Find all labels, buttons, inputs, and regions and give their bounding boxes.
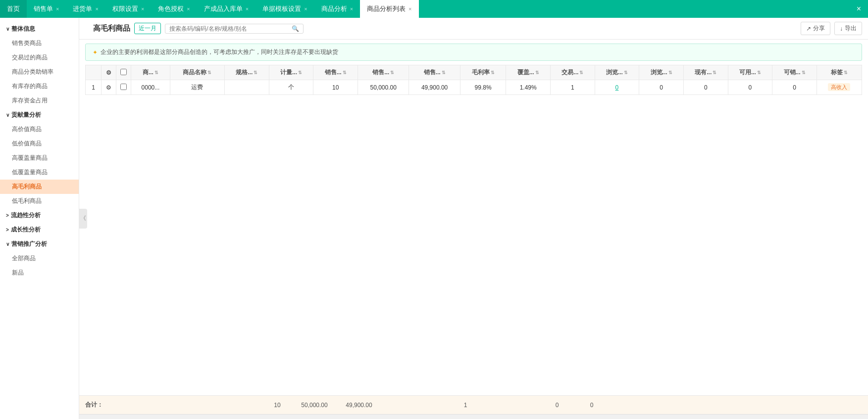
nav-item-7[interactable]: 商品分析× xyxy=(314,0,360,18)
footer-cell-7: 10 xyxy=(262,402,292,409)
sidebar-group-0[interactable]: ∨整体信息 xyxy=(0,22,79,36)
sidebar-item-1-4[interactable]: 高毛利商品 xyxy=(0,180,79,194)
col-header-sale_amt[interactable]: 销售... ⇅ xyxy=(358,65,409,80)
nav-item-3[interactable]: 权限设置× xyxy=(105,0,151,18)
col-header-trade[interactable]: 交易... ⇅ xyxy=(551,65,595,80)
sidebar-group-label-2: 流趋性分析 xyxy=(11,211,41,220)
sidebar-item-0-3[interactable]: 有库存的商品 xyxy=(0,79,79,93)
nav-close-2[interactable]: × xyxy=(95,6,98,12)
footer-cell-14 xyxy=(510,402,540,409)
sidebar-item-1-1[interactable]: 低价值商品 xyxy=(0,137,79,151)
row-checkbox-0[interactable] xyxy=(116,80,131,95)
sidebar-arrow-0: ∨ xyxy=(6,26,9,32)
export-icon: ↓ xyxy=(840,25,843,32)
cell-coverage-0: 1.49% xyxy=(506,80,551,95)
col-label-sale_qty: 销售... xyxy=(325,68,342,77)
nav-close-7[interactable]: × xyxy=(350,6,353,12)
col-header-checkbox xyxy=(116,65,131,80)
select-all-checkbox[interactable] xyxy=(120,69,127,75)
col-label-sale_amt: 销售... xyxy=(372,68,389,77)
time-filter-button[interactable]: 近一月 xyxy=(134,23,161,34)
row-settings-0[interactable]: ⚙ xyxy=(102,80,116,95)
nav-item-6[interactable]: 单据模板设置× xyxy=(255,0,314,18)
page-title: 高毛利商品 xyxy=(93,24,130,33)
sidebar-group-1[interactable]: ∨贡献量分析 xyxy=(0,108,79,122)
footer-cell-1 xyxy=(129,402,144,409)
col-label-view1: 浏览... xyxy=(606,68,623,77)
sidebar-item-0-0[interactable]: 销售类商品 xyxy=(0,36,79,50)
cell-view2-0: 0 xyxy=(639,80,684,95)
sidebar-group-2[interactable]: >流趋性分析 xyxy=(0,208,79,223)
nav-item-5[interactable]: 产成品入库单× xyxy=(197,0,255,18)
sidebar-item-1-5[interactable]: 低毛利商品 xyxy=(0,194,79,208)
footer-cell-9: 49,900.00 xyxy=(337,402,381,409)
sidebar-item-1-0[interactable]: 高价值商品 xyxy=(0,122,79,137)
sidebar: ∨整体信息销售类商品交易过的商品商品分类助销率有库存的商品库存资金占用∨贡献量分… xyxy=(0,18,79,419)
sidebar-collapse-button[interactable]: 《 xyxy=(79,209,87,229)
col-header-tag[interactable]: 标签 ⇅ xyxy=(817,65,862,80)
col-header-settings: ⚙ xyxy=(102,65,116,80)
nav-item-0[interactable]: 首页 xyxy=(0,0,27,18)
total-label: 合计： xyxy=(85,401,103,409)
sidebar-item-0-2[interactable]: 商品分类助销率 xyxy=(0,65,79,79)
sort-icon-name: ⇅ xyxy=(207,70,211,75)
search-input[interactable] xyxy=(169,25,292,32)
sidebar-item-1-2[interactable]: 高覆盖量商品 xyxy=(0,151,79,165)
sort-icon-saleable: ⇅ xyxy=(802,70,806,75)
col-label-current: 现有... xyxy=(695,68,712,77)
table-row: 1⚙0000...运费个1050,000.0049,900.0099.8%1.4… xyxy=(86,80,862,95)
col-header-available[interactable]: 可用... ⇅ xyxy=(728,65,772,80)
col-header-current[interactable]: 现有... ⇅ xyxy=(683,65,728,80)
sidebar-item-4-1[interactable]: 新品 xyxy=(0,266,79,280)
cell-tag-0: 高收入 xyxy=(817,80,862,95)
cell-current-0: 0 xyxy=(683,80,728,95)
nav-close-3[interactable]: × xyxy=(141,6,144,12)
col-header-sale_qty[interactable]: 销售... ⇅ xyxy=(313,65,358,80)
tag-badge-0: 高收入 xyxy=(828,83,850,91)
footer-cell-11 xyxy=(416,402,451,409)
col-header-view2[interactable]: 浏览... ⇅ xyxy=(639,65,684,80)
cell-trade-0: 1 xyxy=(551,80,595,95)
nav-item-1[interactable]: 销售单× xyxy=(27,0,66,18)
sidebar-item-0-4[interactable]: 库存资金占用 xyxy=(0,93,79,108)
sort-icon-tag: ⇅ xyxy=(844,70,848,75)
col-header-spec[interactable]: 规格... ⇅ xyxy=(225,65,269,80)
sidebar-group-3[interactable]: >成长性分析 xyxy=(0,223,79,237)
col-header-gross_rate[interactable]: 毛利率 ⇅ xyxy=(460,65,506,80)
col-header-unit[interactable]: 计量... ⇅ xyxy=(269,65,313,80)
footer-cells: 1050,000.0049,900.00100 xyxy=(113,402,862,409)
col-header-coverage[interactable]: 覆盖... ⇅ xyxy=(506,65,551,80)
col-header-sale_cost[interactable]: 销售... ⇅ xyxy=(409,65,460,80)
nav-close-5[interactable]: × xyxy=(246,6,249,12)
view1-link-0[interactable]: 0 xyxy=(615,84,619,91)
nav-item-4[interactable]: 角色授权× xyxy=(151,0,197,18)
bottom-scrollbar[interactable] xyxy=(79,414,868,419)
window-close-button[interactable]: × xyxy=(850,0,868,18)
cell-gross_rate-0: 99.8% xyxy=(460,80,506,95)
col-header-saleable[interactable]: 可销... ⇅ xyxy=(772,65,817,80)
col-label-code: 商... xyxy=(143,68,153,77)
sidebar-item-1-3[interactable]: 低覆盖量商品 xyxy=(0,165,79,180)
export-button[interactable]: ↓ 导出 xyxy=(834,22,862,35)
nav-close-1[interactable]: × xyxy=(56,6,59,12)
col-header-view1[interactable]: 浏览... ⇅ xyxy=(595,65,639,80)
sidebar-item-0-1[interactable]: 交易过的商品 xyxy=(0,50,79,65)
nav-item-8[interactable]: 商品分析列表× xyxy=(360,0,418,18)
sidebar-item-4-0[interactable]: 全部商品 xyxy=(0,251,79,266)
nav-close-4[interactable]: × xyxy=(187,6,190,12)
cell-name-0: 运费 xyxy=(170,80,224,95)
col-header-code[interactable]: 商... ⇅ xyxy=(131,65,170,80)
sidebar-group-4[interactable]: ∨营销推广分析 xyxy=(0,237,79,251)
row-check-0[interactable] xyxy=(120,84,127,90)
col-header-name[interactable]: 商品名称 ⇅ xyxy=(170,65,224,80)
search-icon[interactable]: 🔍 xyxy=(292,25,299,32)
sort-icon-available: ⇅ xyxy=(757,70,761,75)
footer-cell-3 xyxy=(158,402,188,409)
nav-close-6[interactable]: × xyxy=(304,6,307,12)
cell-sale_cost-0: 49,900.00 xyxy=(409,80,460,95)
nav-item-2[interactable]: 进货单× xyxy=(66,0,105,18)
sort-icon-code: ⇅ xyxy=(154,70,158,75)
sidebar-group-label-0: 整体信息 xyxy=(11,25,35,33)
nav-close-8[interactable]: × xyxy=(408,6,411,12)
share-button[interactable]: ↗ 分享 xyxy=(801,22,830,35)
